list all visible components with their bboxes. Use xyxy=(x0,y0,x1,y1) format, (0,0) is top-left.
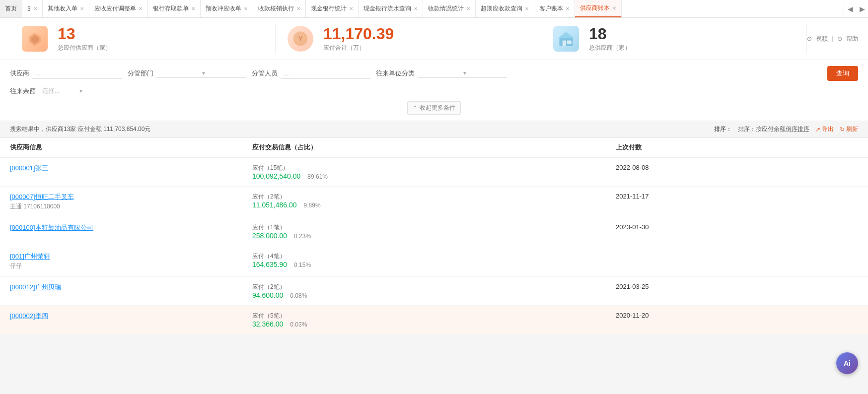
nav-tab-other-income-label: 其他收入单 xyxy=(48,4,77,13)
nav-arrow-right[interactable]: ▶ xyxy=(856,0,868,18)
nav-tab-3[interactable]: 3 ✕ xyxy=(22,0,43,17)
close-icon[interactable]: ✕ xyxy=(612,5,616,11)
trans-amount-row: 32,366.00 0.03% xyxy=(252,320,616,328)
filter-row-1: 供应商 分管部门 ▼ 分管人员 往来单位分类 ▼ 查询 xyxy=(10,66,858,81)
transaction-info-col: 应付（1笔） 258,000.00 0.23% xyxy=(252,223,616,240)
top-right-links: ⊙ 视频 | ⊙ 帮助 xyxy=(807,35,858,43)
summary-payable-suppliers-info: 13 总应付供应商（家） xyxy=(58,26,111,52)
supplier-link[interactable]: [000012]广州贝瑞 xyxy=(10,283,252,292)
close-icon[interactable]: ✕ xyxy=(466,6,470,11)
category-select[interactable]: ▼ xyxy=(418,69,507,78)
supplier-link[interactable]: [001]广州荣轩 xyxy=(10,252,252,261)
nav-tab-collection-exec[interactable]: 收款核销执行 ✕ xyxy=(253,0,306,17)
close-icon[interactable]: ✕ xyxy=(244,6,248,11)
supplier-sub: 王通 17106110000 xyxy=(10,202,252,211)
balance-filter-label: 往来余额 xyxy=(10,87,36,96)
close-icon[interactable]: ✕ xyxy=(525,6,529,11)
trans-amount[interactable]: 258,000.00 xyxy=(252,232,287,240)
nav-tab-cash-stat-label: 现金银行统计 xyxy=(311,4,347,13)
table-row: [000007]恒旺二手叉车 王通 17106110000 应付（2笔） 11,… xyxy=(0,187,868,217)
trans-amount[interactable]: 164,635.90 xyxy=(252,261,287,268)
nav-tab-other-income[interactable]: 其他收入单 ✕ xyxy=(43,0,89,17)
trans-amount-row: 100,092,540.00 89.61% xyxy=(252,172,616,180)
close-icon[interactable]: ✕ xyxy=(296,6,300,11)
close-icon[interactable]: ✕ xyxy=(191,6,195,11)
nav-tab-cash-flow[interactable]: 现金银行流水查询 ✕ xyxy=(359,0,423,17)
header-lastpay: 上次付数 xyxy=(616,143,858,152)
trans-percent: 0.15% xyxy=(294,262,311,268)
trans-percent: 0.23% xyxy=(294,233,311,240)
nav-tab-home[interactable]: 首页 xyxy=(0,0,22,17)
trans-type: 应付（1笔） xyxy=(252,223,616,232)
refresh-button[interactable]: ↻ 刷新 xyxy=(840,125,858,133)
trans-percent: 89.61% xyxy=(307,173,328,180)
supplier-link[interactable]: [000002]李四 xyxy=(10,312,252,321)
lastpay-col: 2021-11-17 xyxy=(616,193,858,200)
payable-suppliers-label: 总应付供应商（家） xyxy=(58,44,111,52)
close-icon[interactable]: ✕ xyxy=(566,6,570,11)
nav-arrow-left[interactable]: ◀ xyxy=(844,0,856,18)
category-dropdown-arrow: ▼ xyxy=(462,70,504,76)
filter-supplier: 供应商 xyxy=(10,68,122,79)
category-filter-label: 往来单位分类 xyxy=(376,69,415,78)
trans-type: 应付（4笔） xyxy=(252,252,616,261)
table-row: [000012]广州贝瑞 应付（2笔） 94,600.00 0.08% 2021… xyxy=(0,277,868,306)
last-pay-date: 2021-11-17 xyxy=(616,193,649,200)
header-transaction: 应付交易信息（占比） xyxy=(252,143,616,152)
lastpay-col: 2023-01-30 xyxy=(616,223,858,231)
trans-amount[interactable]: 32,366.00 xyxy=(252,320,283,328)
nav-tab-cash-stat[interactable]: 现金银行统计 ✕ xyxy=(306,0,359,17)
balance-select[interactable]: 选择... ▼ xyxy=(39,85,118,97)
nav-tab-overdue-query[interactable]: 超期应收款查询 ✕ xyxy=(476,0,534,17)
export-icon: ↗ xyxy=(815,126,820,133)
nav-tab-ar-ap-adjust[interactable]: 应收应付调整单 ✕ xyxy=(89,0,148,17)
transaction-info-col: 应付（5笔） 32,366.00 0.03% xyxy=(252,312,616,328)
close-icon[interactable]: ✕ xyxy=(349,6,353,11)
last-pay-date: 2023-01-30 xyxy=(616,223,649,231)
nav-tab-customer-ledger[interactable]: 客户账本 ✕ xyxy=(534,0,575,17)
results-bar: 搜索结果中，供应商13家 应付金额 111,703,854.00元 排序： 排序… xyxy=(0,121,868,138)
video-icon: ⊙ xyxy=(807,35,812,42)
nav-tab-bank-deposit[interactable]: 银行存取款单 ✕ xyxy=(148,0,201,17)
supplier-input[interactable] xyxy=(32,68,122,79)
supplier-link[interactable]: [000100]本特勤油品有限公司 xyxy=(10,223,252,232)
person-filter-label: 分管人员 xyxy=(252,69,278,78)
close-icon[interactable]: ✕ xyxy=(33,6,37,11)
trans-percent: 0.08% xyxy=(290,292,307,299)
trans-type: 应付（5笔） xyxy=(252,312,616,320)
table-row: [000001]张三 应付（15笔） 100,092,540.00 89.61%… xyxy=(0,158,868,187)
summary-payable-total-info: 11,170.39 应付合计（万） xyxy=(323,26,394,52)
balance-select-placeholder: 选择... xyxy=(42,86,78,95)
export-label: 导出 xyxy=(822,125,834,133)
trans-type: 应付（2笔） xyxy=(252,193,616,201)
close-icon[interactable]: ✕ xyxy=(139,6,143,11)
transaction-info-col: 应付（2笔） 94,600.00 0.08% xyxy=(252,283,616,299)
filter-area: 供应商 分管部门 ▼ 分管人员 往来单位分类 ▼ 查询 往来余额 选择 xyxy=(0,60,868,121)
nav-tab-collection-stat[interactable]: 收款情况统计 ✕ xyxy=(423,0,476,17)
sort-option[interactable]: 排序：按应付余额倒序排序 xyxy=(738,125,809,133)
transaction-info-col: 应付（4笔） 164,635.90 0.15% xyxy=(252,252,616,268)
lastpay-col: 2020-11-20 xyxy=(616,312,858,319)
supplier-link[interactable]: [000007]恒旺二手叉车 xyxy=(10,193,252,201)
video-link[interactable]: 视频 xyxy=(816,35,828,43)
close-icon[interactable]: ✕ xyxy=(414,6,418,11)
nav-tab-advance-offset[interactable]: 预收冲应收单 ✕ xyxy=(201,0,253,17)
department-select[interactable]: ▼ xyxy=(156,69,246,78)
trans-amount[interactable]: 100,092,540.00 xyxy=(252,172,300,180)
close-icon[interactable]: ✕ xyxy=(80,6,84,11)
nav-tab-supplier-ledger[interactable]: 供应商账本 ✕ xyxy=(575,0,622,17)
supplier-sub: 仔仔 xyxy=(10,262,252,270)
diamond-icon xyxy=(22,26,48,52)
supplier-link[interactable]: [000001]张三 xyxy=(10,164,252,173)
trans-amount[interactable]: 94,600.00 xyxy=(252,291,283,299)
collapse-button[interactable]: ⌃ 收起更多条件 xyxy=(407,101,461,115)
nav-tab-cash-flow-label: 现金银行流水查询 xyxy=(363,4,411,13)
person-input[interactable] xyxy=(281,68,370,79)
export-button[interactable]: ↗ 导出 xyxy=(815,125,834,133)
help-link[interactable]: 帮助 xyxy=(846,35,858,43)
supplier-info-col: [000001]张三 xyxy=(10,164,252,173)
query-button[interactable]: 查询 xyxy=(827,66,858,81)
nav-tab-ar-ap-adjust-label: 应收应付调整单 xyxy=(94,4,136,13)
trans-amount[interactable]: 11,051,486.00 xyxy=(252,201,297,209)
summary-card-payable-total: ¥ 11,170.39 应付合计（万） xyxy=(276,24,541,54)
